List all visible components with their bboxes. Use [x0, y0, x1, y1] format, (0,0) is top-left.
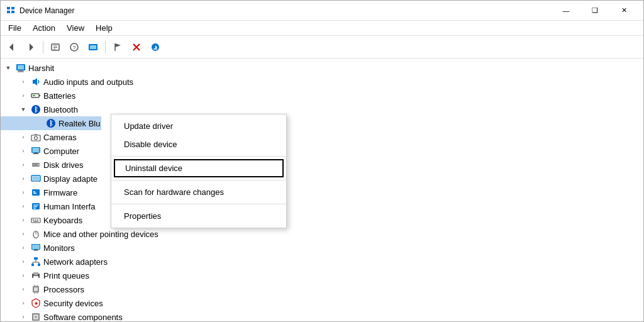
device-tree[interactable]: ▼ Harshit › [1, 58, 643, 321]
svg-rect-62 [34, 250, 38, 250]
toolbar-remove[interactable] [128, 38, 145, 56]
realtek-label: Realtek Blu [58, 119, 100, 128]
security-expand[interactable]: › [18, 298, 28, 308]
keyboards-label: Keyboards [43, 216, 82, 225]
toolbar-help[interactable]: ? [65, 38, 83, 56]
cameras-expand[interactable]: › [18, 132, 28, 142]
mice-expand[interactable]: › [18, 229, 28, 239]
computer-expand[interactable]: › [18, 146, 28, 156]
tree-item-display[interactable]: › Display adapte [1, 172, 643, 186]
network-expand[interactable]: › [18, 257, 28, 267]
device-manager-window: Device Manager — ❑ ✕ File Action View He… [0, 0, 644, 322]
human-expand[interactable]: › [18, 201, 28, 211]
firmware-icon [31, 187, 41, 197]
toolbar-back[interactable] [3, 38, 21, 56]
tree-item-software[interactable]: › Software components [1, 310, 643, 321]
context-uninstall-device[interactable]: Uninstall device [114, 159, 284, 177]
tree-item-print[interactable]: › Print queues [1, 269, 643, 282]
computer-tree-icon [31, 146, 41, 156]
toolbar-download[interactable] [147, 38, 164, 56]
toolbar-forward[interactable] [22, 38, 40, 56]
tree-item-disk[interactable]: › Disk drives [1, 158, 643, 172]
context-scan-hardware[interactable]: Scan for hardware changes [111, 183, 286, 201]
svg-rect-49 [33, 205, 38, 206]
disk-icon [31, 160, 41, 170]
svg-marker-25 [33, 78, 37, 86]
svg-rect-53 [33, 219, 34, 221]
svg-rect-36 [33, 148, 40, 152]
tree-item-human[interactable]: › Human Interfa [1, 199, 643, 213]
computer-icon [16, 63, 26, 73]
svg-rect-76 [34, 287, 38, 291]
minimize-button[interactable]: — [552, 1, 580, 21]
tree-item-mice[interactable]: › Mice and other pointing devices [1, 227, 643, 241]
tree-item-network[interactable]: › Network adapters [1, 255, 643, 269]
context-properties[interactable]: Properties [111, 207, 286, 225]
toolbar: ? [1, 36, 643, 58]
display-expand[interactable]: › [18, 174, 28, 184]
bluetooth-label: Bluetooth [43, 105, 78, 114]
svg-text:ᛒ: ᛒ [34, 106, 38, 113]
firmware-expand[interactable]: › [18, 187, 28, 197]
tree-item-audio[interactable]: › Audio inputs and outputs [1, 75, 643, 89]
software-expand[interactable]: › [18, 312, 28, 321]
human-icon [31, 201, 41, 211]
svg-text:?: ? [72, 45, 75, 51]
window-controls: — ❑ ✕ [552, 1, 638, 21]
keyboards-expand[interactable]: › [18, 215, 28, 225]
svg-rect-44 [33, 181, 38, 182]
svg-rect-24 [18, 72, 24, 72]
tree-item-bluetooth[interactable]: ▼ ᛒ Bluetooth [1, 103, 643, 116]
root-expand[interactable]: ▼ [3, 63, 13, 73]
toolbar-scan[interactable] [84, 38, 102, 56]
keyboard-icon [31, 215, 41, 225]
print-label: Print queues [43, 271, 89, 280]
svg-rect-74 [34, 275, 38, 275]
print-icon [31, 270, 41, 280]
svg-rect-61 [32, 245, 40, 249]
disk-expand[interactable]: › [18, 160, 28, 170]
svg-rect-1 [11, 7, 14, 9]
tree-item-computer[interactable]: › Computer [1, 144, 643, 158]
menu-view[interactable]: View [62, 22, 89, 34]
tree-item-firmware[interactable]: › Firmware [1, 186, 643, 199]
display-icon [31, 174, 41, 184]
svg-rect-13 [90, 45, 96, 49]
network-label: Network adapters [43, 257, 108, 267]
tree-root[interactable]: ▼ Harshit [1, 61, 643, 75]
svg-rect-22 [18, 65, 24, 70]
monitors-expand[interactable]: › [18, 243, 28, 253]
context-update-driver[interactable]: Update driver [111, 117, 286, 135]
close-button[interactable]: ✕ [609, 1, 638, 21]
toolbar-sep1 [43, 41, 43, 53]
menu-help[interactable]: Help [91, 22, 118, 34]
context-sep3 [111, 204, 286, 204]
print-expand[interactable]: › [18, 270, 28, 280]
bluetooth-expand[interactable]: ▼ [18, 104, 28, 114]
window-title: Device Manager [19, 6, 552, 15]
audio-expand[interactable]: › [18, 77, 28, 87]
toolbar-properties[interactable] [47, 38, 64, 56]
software-icon [31, 312, 41, 321]
context-disable-device[interactable]: Disable device [111, 135, 286, 153]
restore-button[interactable]: ❑ [580, 1, 609, 21]
batteries-expand[interactable]: › [18, 91, 28, 101]
tree-item-batteries[interactable]: › Batteries [1, 89, 643, 103]
tree-item-keyboards[interactable]: › Keyboards [1, 213, 643, 227]
processors-expand[interactable]: › [18, 284, 28, 294]
toolbar-sep2 [105, 41, 106, 53]
cameras-label: Cameras [43, 133, 77, 142]
tree-item-monitors[interactable]: › Monitors [1, 241, 643, 255]
svg-rect-28 [33, 95, 35, 96]
menu-file[interactable]: File [3, 22, 26, 34]
svg-rect-37 [34, 153, 38, 153]
tree-item-processors[interactable]: › Processors [1, 282, 643, 296]
svg-rect-64 [34, 257, 38, 260]
tree-item-cameras[interactable]: › Cameras [1, 130, 643, 144]
menu-action[interactable]: Action [28, 22, 60, 34]
tree-item-realtek[interactable]: ᛒ Realtek Blu [1, 116, 101, 130]
toolbar-flag[interactable] [109, 38, 126, 56]
svg-rect-46 [33, 191, 35, 192]
processors-icon [31, 284, 41, 294]
tree-item-security[interactable]: › ★ Security devices [1, 296, 643, 310]
